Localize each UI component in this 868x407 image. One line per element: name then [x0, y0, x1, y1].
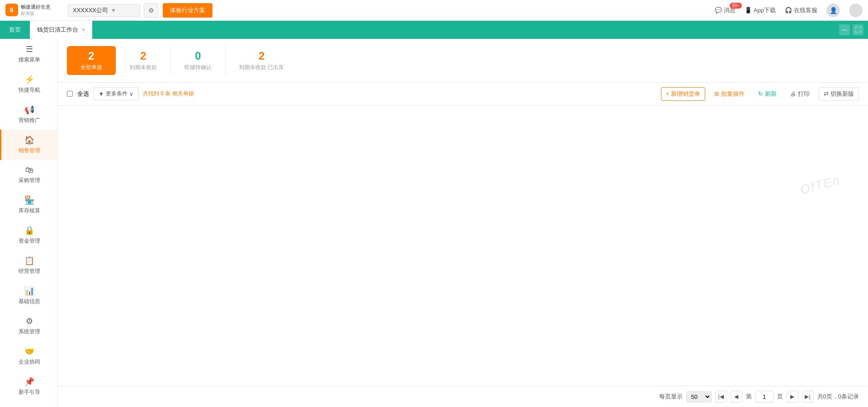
- toolbar-left: 全选 ▼ 更多条件 ∨ 共找到 0 条 相关单据: [67, 87, 656, 100]
- per-page-select[interactable]: 50 100 200: [686, 391, 712, 402]
- app-download-icon: 📱: [745, 7, 752, 14]
- stat-label-overdue-out: 到期未收款 已出库: [239, 64, 284, 71]
- add-sales-button[interactable]: + 新增销货单: [661, 87, 705, 101]
- stat-card-overdue-out[interactable]: 2 到期未收款 已出库: [226, 46, 297, 75]
- online-service-button[interactable]: 🎧 在线客服: [785, 6, 817, 14]
- sidebar-icon-inventory: 🏪: [24, 195, 34, 205]
- filter-icon: ▼: [99, 91, 104, 97]
- sidebar-item-purchase[interactable]: 🛍采购管理: [0, 160, 57, 190]
- sidebar-item-app-center[interactable]: 📦应用中心: [0, 402, 57, 407]
- sidebar-label-system: 系统管理: [19, 328, 40, 336]
- online-service-label: 在线客服: [794, 6, 817, 14]
- sidebar-icon-marketing: 📢: [24, 105, 34, 115]
- stat-num-overdue-out: 2: [239, 50, 284, 63]
- batch-label: 批量操作: [721, 90, 745, 98]
- stat-label-all: 全部单据: [80, 64, 102, 71]
- sidebar-label-operations: 经营管理: [19, 267, 40, 275]
- top-header: 6 畅捷通好生意 标准版 XXXXXX公司 ▼ ⚙ 体验行业方案 💬 消息 99…: [0, 0, 868, 21]
- sidebar-item-system[interactable]: ⚙系统管理: [0, 311, 57, 341]
- stat-num-wangwang: 0: [184, 50, 212, 63]
- watermark: OfTEn: [798, 173, 842, 197]
- sidebar-label-search-menu: 搜索菜单: [19, 56, 40, 64]
- refresh-label: 刷新: [765, 90, 777, 98]
- page-number-input[interactable]: [755, 391, 774, 402]
- logo-area: 6 畅捷通好生意 标准版: [5, 4, 63, 16]
- batch-operation-button[interactable]: ⊞ 批量操作: [710, 88, 749, 100]
- total-label: 共0页，0条记录: [817, 393, 859, 401]
- sidebar-item-inventory[interactable]: 🏪库存核算: [0, 190, 57, 220]
- content-area: 2 全部单据 2 到期未收款 0 旺辅待确认 2 到期未收款 已出库 全选 ▼ …: [58, 39, 868, 407]
- toolbar: 全选 ▼ 更多条件 ∨ 共找到 0 条 相关单据 + 新增销货单 ⊞ 批量操作: [58, 83, 868, 106]
- logo-tag: 标准版: [21, 10, 51, 17]
- sidebar-item-quick-nav[interactable]: ⚡快捷导航: [0, 69, 57, 99]
- page-next-button[interactable]: ▶: [787, 391, 798, 402]
- stat-card-all[interactable]: 2 全部单据: [67, 46, 116, 75]
- logo-name: 畅捷通好生意: [21, 4, 51, 10]
- app-download-label: App下载: [754, 6, 776, 14]
- sidebar-icon-sales: 🏠: [24, 135, 34, 145]
- tab-qianhuoriqing[interactable]: 钱货日清工作台 ×: [30, 21, 92, 39]
- switch-version-button[interactable]: ⇄ 切换新版: [819, 87, 859, 101]
- stat-card-wangwang[interactable]: 0 旺辅待确认: [171, 46, 226, 75]
- chevron-icon: ∨: [129, 91, 133, 97]
- sidebar: ☰搜索菜单⚡快捷导航📢营销推广🏠销售管理🛍采购管理🏪库存核算🔒资金管理📋经营管理…: [0, 39, 58, 407]
- pagination-bar: 每页显示 50 100 200 |◀ ◀ 第 页 ▶ ▶| 共0页，0条记录: [58, 386, 868, 407]
- switch-icon: ⇄: [824, 90, 829, 97]
- message-icon: 💬: [715, 7, 722, 14]
- sidebar-item-operations[interactable]: 📋经营管理: [0, 250, 57, 281]
- company-selector[interactable]: XXXXXX公司 ▼: [68, 4, 140, 17]
- sidebar-label-sales: 销售管理: [19, 147, 40, 154]
- tab-home[interactable]: 首页: [0, 21, 30, 39]
- sidebar-item-newbie[interactable]: 📌新手引导: [0, 371, 57, 402]
- sidebar-icon-finance: 🔒: [24, 225, 34, 235]
- tab-close-icon[interactable]: ×: [82, 21, 85, 39]
- select-all-checkbox[interactable]: [67, 91, 73, 97]
- stats-row: 2 全部单据 2 到期未收款 0 旺辅待确认 2 到期未收款 已出库: [58, 39, 868, 83]
- filter-button[interactable]: ▼ 更多条件 ∨: [94, 87, 138, 100]
- sidebar-icon-quick-nav: ⚡: [24, 75, 34, 84]
- gear-icon: ⚙: [148, 7, 154, 14]
- tab-bar-right: ─ ⛶: [839, 24, 868, 35]
- sidebar-item-enterprise[interactable]: 🤝企业协同: [0, 341, 57, 371]
- sidebar-item-search-menu[interactable]: ☰搜索菜单: [0, 39, 57, 69]
- sidebar-icon-newbie: 📌: [24, 377, 34, 387]
- batch-icon: ⊞: [714, 90, 719, 97]
- refresh-button[interactable]: ↻ 刷新: [754, 88, 781, 100]
- sidebar-item-marketing[interactable]: 📢营销推广: [0, 99, 57, 130]
- tab-label: 钱货日清工作台: [37, 21, 78, 39]
- trial-button[interactable]: 体验行业方案: [163, 3, 212, 18]
- sidebar-icon-purchase: 🛍: [25, 165, 33, 175]
- toolbar-right: + 新增销货单 ⊞ 批量操作 ↻ 刷新 🖨 打印 ⇄ 切换新版: [661, 87, 859, 101]
- stat-card-overdue[interactable]: 2 到期未收款: [116, 46, 171, 75]
- found-suffix: 相关单据: [172, 90, 194, 97]
- page-first-button[interactable]: |◀: [715, 391, 727, 402]
- sidebar-item-finance[interactable]: 🔒资金管理: [0, 220, 57, 250]
- filter-label: 更多条件: [106, 90, 127, 98]
- per-page-label: 每页显示: [659, 393, 683, 401]
- chevron-down-icon: ▼: [111, 7, 116, 14]
- found-count: 0: [160, 90, 164, 97]
- stat-num-overdue: 2: [130, 50, 157, 63]
- logo-text-block: 畅捷通好生意 标准版: [21, 4, 51, 16]
- sidebar-label-newbie: 新手引导: [19, 388, 40, 396]
- avatar[interactable]: 👤: [826, 4, 840, 17]
- print-label: 打印: [798, 90, 810, 98]
- app-download-button[interactable]: 📱 App下载: [745, 6, 776, 14]
- page-prev-button[interactable]: ◀: [731, 391, 742, 402]
- sidebar-item-sales[interactable]: 🏠销售管理: [0, 130, 57, 160]
- headset-icon: 🎧: [785, 7, 792, 14]
- sidebar-icon-basic-info: 📊: [24, 286, 34, 296]
- table-area: OfTEn: [58, 106, 868, 386]
- sidebar-label-basic-info: 基础信息: [19, 298, 40, 305]
- sidebar-item-basic-info[interactable]: 📊基础信息: [0, 281, 57, 311]
- found-unit: 条: [165, 90, 170, 97]
- tab-maximize-button[interactable]: ⛶: [853, 24, 863, 35]
- settings-button[interactable]: ⚙: [144, 3, 158, 18]
- tab-minimize-button[interactable]: ─: [839, 24, 850, 35]
- sidebar-label-purchase: 采购管理: [19, 177, 40, 184]
- print-button[interactable]: 🖨 打印: [786, 88, 814, 100]
- message-button[interactable]: 💬 消息 99+: [715, 6, 736, 14]
- message-badge: 99+: [730, 3, 742, 9]
- avatar-2[interactable]: [849, 4, 863, 17]
- page-last-button[interactable]: ▶|: [802, 391, 814, 402]
